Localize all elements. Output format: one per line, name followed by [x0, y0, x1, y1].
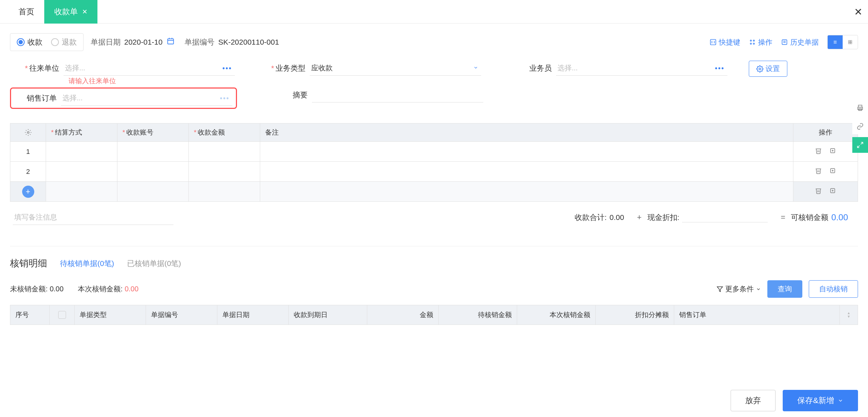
tab-receipt-label: 收款单 — [54, 6, 78, 17]
view-grid-button[interactable] — [843, 35, 858, 49]
writeoff-table: 序号 单据类型 单据编号 单据日期 收款到期日 金额 待核销金额 本次核销金额 … — [10, 305, 858, 325]
receipt-type-radio-group: 收款 退款 — [10, 33, 84, 51]
svg-rect-0 — [168, 39, 174, 44]
radio-receive[interactable]: 收款 — [17, 37, 42, 47]
copy-row-icon[interactable] — [829, 147, 836, 156]
cell-account[interactable] — [117, 162, 189, 181]
svg-point-8 — [753, 40, 755, 41]
col-account: 收款账号 — [126, 128, 153, 137]
save-label: 保存&新增 — [797, 395, 834, 406]
remark-input[interactable] — [13, 210, 173, 225]
writeoff-tab-done[interactable]: 已核销单据(0笔) — [127, 258, 181, 268]
cell-amount[interactable] — [189, 142, 260, 161]
cell-amount[interactable] — [189, 162, 260, 181]
top-toolbar: 收款 退款 单据日期 2020-01-10 单据编号 SK-20200110-0… — [10, 32, 858, 52]
salesperson-label: 业务员 — [529, 64, 552, 72]
discount-label: 现金折扣: — [647, 212, 680, 222]
save-button[interactable]: 保存&新增 — [783, 390, 858, 411]
copy-row-icon[interactable] — [829, 187, 836, 196]
side-toolbar — [852, 100, 868, 153]
plus-op: + — [637, 213, 642, 222]
radio-checked-icon — [17, 38, 25, 46]
biztype-field: *业务类型 — [256, 61, 481, 76]
main-close-icon[interactable]: ✕ — [854, 6, 862, 17]
settings-button[interactable]: 设置 — [749, 61, 787, 77]
tab-home[interactable]: 首页 — [9, 0, 44, 24]
salesperson-more-icon[interactable]: ••• — [715, 64, 725, 72]
doc-meta: 单据日期 2020-01-10 单据编号 SK-20200110-001 — [91, 37, 283, 47]
more-filter-button[interactable]: 更多条件 — [717, 284, 761, 294]
form-section: *往来单位 ••• 请输入往来单位 *业务类型 业务员 — [10, 61, 858, 109]
discount-input[interactable] — [682, 212, 768, 222]
svg-rect-33 — [858, 105, 862, 107]
party-input[interactable] — [64, 61, 235, 76]
view-switcher — [827, 35, 858, 49]
summary-input[interactable] — [312, 87, 483, 102]
side-expand-icon[interactable] — [852, 137, 868, 153]
writeoff-table-header: 序号 单据类型 单据编号 单据日期 收款到期日 金额 待核销金额 本次核销金额 … — [10, 305, 858, 325]
delete-row-icon[interactable] — [815, 167, 822, 176]
radio-receive-label: 收款 — [27, 37, 42, 47]
salesorder-input[interactable] — [61, 91, 232, 106]
payment-table-header: *结算方式 *收款账号 *收款金额 备注 操作 — [10, 124, 858, 141]
cancel-button[interactable]: 放弃 — [731, 390, 776, 411]
col-method: 结算方式 — [55, 128, 82, 137]
svg-rect-4 — [711, 40, 716, 45]
salesorder-label: 销售订单 — [27, 94, 57, 102]
wo-col-no: 单据编号 — [146, 305, 217, 325]
calendar-icon[interactable] — [167, 37, 175, 47]
payment-row-1: 1 — [10, 141, 858, 161]
radio-refund-label: 退款 — [62, 37, 77, 47]
doc-no-label: 单据编号 — [185, 37, 215, 47]
salesperson-input[interactable] — [556, 61, 727, 76]
biztype-input[interactable] — [310, 61, 481, 76]
copy-row-icon[interactable] — [829, 167, 836, 176]
bottom-bar: 放弃 保存&新增 — [731, 384, 858, 417]
svg-line-36 — [861, 142, 863, 145]
svg-line-37 — [858, 146, 860, 148]
shortcut-link[interactable]: 快捷键 — [710, 37, 740, 47]
view-list-button[interactable] — [828, 35, 843, 49]
cell-account[interactable] — [117, 142, 189, 161]
cell-method[interactable] — [46, 142, 117, 161]
radio-refund[interactable]: 退款 — [51, 37, 77, 47]
add-row-button[interactable]: + — [22, 186, 34, 198]
sort-control[interactable]: ▲▼ — [840, 305, 858, 325]
svg-point-22 — [27, 132, 29, 134]
current-label: 本次核销金额: — [78, 285, 123, 293]
cell-method[interactable] — [46, 162, 117, 181]
salesorder-more-icon[interactable]: ••• — [220, 94, 229, 102]
svg-point-21 — [759, 68, 761, 70]
total-value: 0.00 — [610, 213, 624, 222]
salesorder-field: 销售订单 ••• — [10, 87, 237, 109]
party-label: 往来单位 — [29, 64, 59, 72]
auto-writeoff-button[interactable]: 自动核销 — [809, 280, 858, 298]
main-content: 收款 退款 单据日期 2020-01-10 单据编号 SK-20200110-0… — [0, 24, 868, 417]
select-all-checkbox[interactable] — [58, 311, 66, 319]
doc-date-value[interactable]: 2020-01-10 — [124, 38, 162, 46]
history-link[interactable]: 历史单据 — [781, 37, 819, 47]
operate-link[interactable]: 操作 — [749, 37, 772, 47]
wo-col-date: 单据日期 — [217, 305, 289, 325]
summary-field: 摘要 — [258, 87, 483, 102]
cell-remark[interactable] — [260, 162, 793, 181]
side-print-icon[interactable] — [852, 100, 868, 116]
side-link-icon[interactable] — [852, 119, 868, 134]
svg-marker-32 — [717, 287, 723, 292]
chevron-down-icon[interactable] — [473, 65, 478, 71]
delete-row-icon[interactable] — [815, 147, 822, 156]
tab-close-icon[interactable]: ✕ — [82, 8, 87, 16]
row-idx: 1 — [10, 142, 46, 161]
summary-row: 收款合计: 0.00 + 现金折扣: = 可核销金额 0.00 — [10, 207, 858, 228]
summary-label: 摘要 — [293, 91, 308, 99]
row-idx: 2 — [10, 162, 46, 181]
tab-receipt[interactable]: 收款单 ✕ — [44, 0, 97, 24]
cell-remark[interactable] — [260, 142, 793, 161]
party-error: 请输入往来单位 — [69, 76, 116, 86]
query-button[interactable]: 查询 — [767, 280, 802, 298]
table-settings-icon[interactable] — [10, 124, 46, 141]
delete-row-icon[interactable] — [815, 187, 822, 196]
party-more-icon[interactable]: ••• — [222, 64, 232, 72]
payment-row-2: 2 — [10, 161, 858, 181]
writeoff-tab-pending[interactable]: 待核销单据(0笔) — [60, 258, 114, 268]
